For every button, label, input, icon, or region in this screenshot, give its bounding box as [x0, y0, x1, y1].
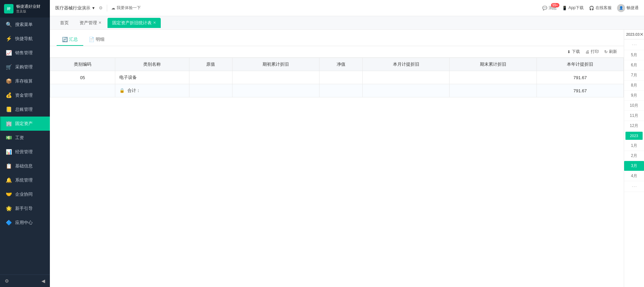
summary-icon: 🔄 — [62, 37, 68, 42]
settings-gear-icon[interactable]: ⚙ — [99, 5, 103, 10]
topbar-divider — [107, 5, 107, 11]
sidebar-header: 好 畅捷通好业财 普及版 — [0, 0, 50, 18]
sidebar-item-app-center[interactable]: 🔷 应用中心 — [0, 216, 50, 230]
company-name: 医疗器械行业演示 — [55, 5, 90, 11]
col-code: 类别编码 — [50, 58, 115, 71]
asset-mgmt-close-icon[interactable]: ✕ — [98, 21, 101, 25]
sidebar-item-inventory[interactable]: 📦 库存核算 — [0, 74, 50, 88]
download-button[interactable]: ⬇ 下载 — [567, 49, 580, 55]
summary-label: 汇总 — [69, 36, 78, 42]
month-item-12[interactable]: 12月 — [624, 121, 644, 131]
cell-init-dep — [232, 71, 319, 84]
sidebar-item-operations[interactable]: 📊 经营管理 — [0, 145, 50, 159]
collapse-icon[interactable]: ◀ — [41, 278, 45, 284]
sidebar-item-basic-info[interactable]: 📋 基础信息 — [0, 159, 50, 173]
col-end-dep: 期末累计折旧 — [450, 58, 536, 71]
feature-trial[interactable]: ☁ 我要体验一下 — [111, 5, 141, 11]
sidebar-item-search[interactable]: 🔍 搜索菜单 — [0, 18, 50, 32]
operations-icon: 📊 — [6, 149, 12, 155]
month-item-8[interactable]: 8月 — [624, 81, 644, 91]
cloud-icon: ☁ — [111, 6, 115, 10]
main-area: 医疗器械行业演示 ▾ ⚙ ☁ 我要体验一下 💬 消息 99+ 📱 App下载 🎧… — [50, 0, 644, 287]
sidebar-item-label: 基础信息 — [15, 163, 33, 169]
month-item-7[interactable]: 7月 — [624, 70, 644, 81]
tab-home[interactable]: 首页 — [55, 18, 73, 28]
sidebar-item-label: 销售管理 — [15, 50, 33, 56]
settings-icon[interactable]: ⚙ — [5, 278, 9, 284]
online-service-label: 在线客服 — [595, 5, 612, 11]
close-panel-icon[interactable]: ✕ — [640, 32, 644, 37]
sidebar-item-purchase[interactable]: 🛒 采购管理 — [0, 60, 50, 74]
app-version: 普及版 — [16, 9, 40, 14]
app-center-icon: 🔷 — [6, 220, 12, 226]
month-item-2023-2[interactable]: 2月 — [624, 151, 644, 161]
fixed-assets-icon: 🏢 — [6, 121, 12, 127]
sidebar-item-cooperation[interactable]: 🤝 企业协同 — [0, 187, 50, 201]
sidebar-item-finance[interactable]: 💰 资金管理 — [0, 88, 50, 102]
sidebar-item-label: 资金管理 — [15, 92, 33, 98]
month-item-2023-4[interactable]: 4月 — [624, 171, 644, 181]
print-button[interactable]: 🖨 打印 — [585, 49, 599, 55]
message-action[interactable]: 💬 消息 99+ — [542, 5, 557, 11]
detail-label: 明细 — [96, 36, 104, 42]
sidebar-item-guide[interactable]: 🌟 新手引导 — [0, 201, 50, 216]
app-download-action[interactable]: 📱 App下载 — [562, 5, 584, 11]
sidebar-item-label: 搜索菜单 — [15, 22, 33, 28]
chevron-down-icon: ▾ — [92, 5, 95, 10]
headset-icon: 🎧 — [589, 6, 594, 10]
sub-tab-detail[interactable]: 📄 明细 — [83, 34, 110, 46]
total-empty — [50, 84, 115, 97]
sidebar-item-label: 新手引导 — [15, 205, 33, 212]
sidebar-item-sales[interactable]: 📈 销售管理 — [0, 46, 50, 60]
sidebar-item-quick-nav[interactable]: ⚡ 快捷导航 — [0, 32, 50, 46]
sidebar-item-label: 库存核算 — [15, 78, 33, 84]
print-label: 打印 — [591, 49, 599, 55]
total-init-dep — [232, 84, 319, 97]
scroll-down-indicator[interactable]: ⋯ — [624, 181, 644, 192]
table-row: 05 电子设备 791.67 — [50, 71, 624, 84]
avatar: 👤 — [617, 4, 625, 12]
month-item-10[interactable]: 10月 — [624, 101, 644, 111]
refresh-button[interactable]: ↻ 刷新 — [604, 49, 617, 55]
sidebar-item-label: 经营管理 — [15, 149, 33, 155]
sales-icon: 📈 — [6, 50, 12, 56]
depreciation-tab-label: 固定资产折旧统计表 — [112, 20, 152, 26]
month-item-5[interactable]: 5月 — [624, 50, 644, 60]
tab-depreciation[interactable]: 固定资产折旧统计表 ✕ — [108, 18, 161, 28]
guide-icon: 🌟 — [6, 205, 12, 212]
sidebar-item-salary[interactable]: 💵 工资 — [0, 131, 50, 145]
sidebar-nav: 🔍 搜索菜单⚡ 快捷导航📈 销售管理🛒 采购管理📦 库存核算💰 资金管理📒 总账… — [0, 18, 50, 275]
month-item-6[interactable]: 6月 — [624, 60, 644, 70]
total-original — [189, 84, 232, 97]
user-menu[interactable]: 👤 畅捷通 — [617, 4, 639, 12]
quick-nav-icon: ⚡ — [6, 36, 12, 42]
month-item-11[interactable]: 11月 — [624, 111, 644, 121]
right-panel-header: 2023.03 ✕ ⛶ — [624, 30, 644, 39]
col-original: 原值 — [189, 58, 232, 71]
tab-asset-mgmt[interactable]: 资产管理 ✕ — [75, 18, 106, 28]
sidebar-item-label: 企业协同 — [15, 191, 33, 197]
total-net — [319, 84, 363, 97]
cell-end-dep — [450, 71, 536, 84]
asset-mgmt-tab-label: 资产管理 — [80, 20, 97, 26]
company-selector[interactable]: 医疗器械行业演示 ▾ — [55, 5, 95, 11]
sidebar-item-ledger[interactable]: 📒 总账管理 — [0, 102, 50, 117]
sidebar: 好 畅捷通好业财 普及版 🔍 搜索菜单⚡ 快捷导航📈 销售管理🛒 采购管理📦 库… — [0, 0, 50, 287]
month-item-2023-3[interactable]: 3月 — [624, 161, 644, 171]
month-item-9[interactable]: 9月 — [624, 91, 644, 101]
sidebar-item-system[interactable]: 🔔 系统管理 — [0, 173, 50, 187]
feature-label: 我要体验一下 — [117, 5, 141, 11]
month-item-2023-1[interactable]: 1月 — [624, 141, 644, 151]
total-label-text: 合计： — [127, 88, 141, 93]
sidebar-item-fixed-assets[interactable]: 🏢 固定资产 — [0, 117, 50, 131]
depreciation-close-icon[interactable]: ✕ — [153, 21, 156, 25]
print-icon: 🖨 — [585, 50, 589, 54]
tabs-bar: 首页 资产管理 ✕ 固定资产折旧统计表 ✕ — [50, 16, 644, 30]
sub-tab-summary[interactable]: 🔄 汇总 — [57, 34, 83, 46]
search-icon: 🔍 — [6, 22, 12, 28]
col-annual-dep: 本年计提折旧 — [536, 58, 623, 71]
online-service-action[interactable]: 🎧 在线客服 — [589, 5, 612, 11]
ledger-icon: 📒 — [6, 106, 12, 113]
scroll-up-indicator[interactable]: ⋯ — [624, 39, 644, 50]
sidebar-item-label: 系统管理 — [15, 177, 33, 183]
